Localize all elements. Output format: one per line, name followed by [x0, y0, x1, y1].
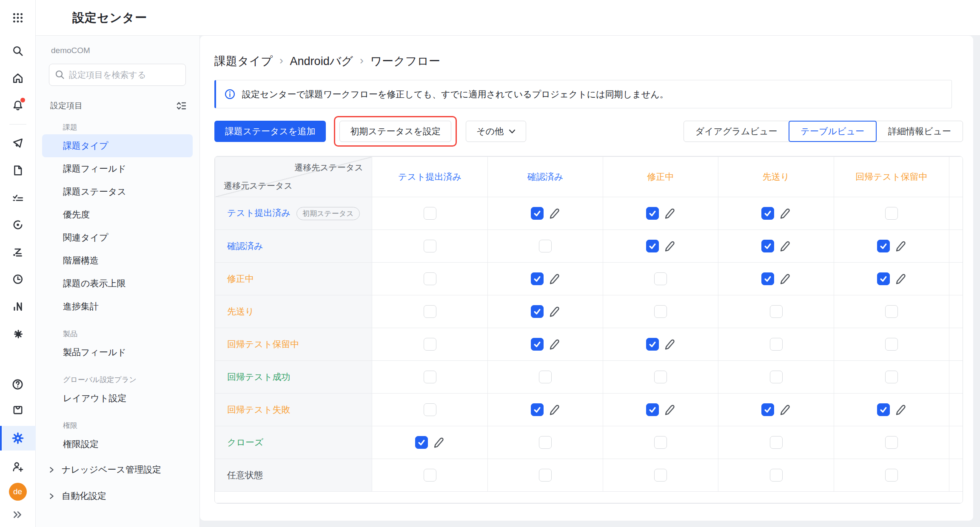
workflows-icon[interactable] [9, 243, 27, 261]
status-link[interactable]: 回帰テスト保留中 [227, 339, 299, 349]
status-link[interactable]: テスト提出済み [227, 208, 291, 218]
edit-transition-icon[interactable] [778, 207, 791, 220]
transition-checkbox-checked[interactable] [761, 240, 774, 252]
transition-checkbox-unchecked[interactable] [885, 371, 898, 383]
status-link[interactable]: クローズ [227, 437, 263, 447]
edit-transition-icon[interactable] [663, 404, 675, 416]
edit-transition-icon[interactable] [548, 207, 560, 220]
edit-transition-icon[interactable] [894, 240, 906, 252]
sidebar-item-レイアウト設定[interactable]: レイアウト設定 [42, 387, 193, 410]
transition-checkbox-checked[interactable] [646, 338, 659, 351]
transition-checkbox-checked[interactable] [761, 272, 774, 285]
reports-chart-icon[interactable] [9, 297, 27, 316]
sidebar-item-課題の表示上限[interactable]: 課題の表示上限 [42, 272, 193, 295]
transition-checkbox-checked[interactable] [531, 207, 544, 220]
search-input[interactable] [49, 64, 186, 86]
transition-checkbox-checked[interactable] [761, 207, 774, 220]
edit-transition-icon[interactable] [663, 240, 675, 252]
transition-checkbox-unchecked[interactable] [885, 305, 898, 318]
sidebar-item-権限設定[interactable]: 権限設定 [42, 433, 193, 456]
sprints-icon[interactable] [9, 215, 27, 234]
status-link[interactable]: 回帰テスト失敗 [227, 405, 290, 414]
transition-checkbox-unchecked[interactable] [654, 371, 667, 383]
collapse-all-icon[interactable] [176, 100, 187, 111]
transition-checkbox-unchecked[interactable] [424, 338, 436, 351]
user-avatar[interactable]: de [9, 483, 27, 501]
edit-transition-icon[interactable] [548, 404, 560, 416]
transition-checkbox-unchecked[interactable] [424, 403, 436, 416]
column-header-先送り[interactable]: 先送り [718, 157, 834, 197]
transition-checkbox-unchecked[interactable] [654, 469, 667, 482]
transition-checkbox-unchecked[interactable] [770, 305, 783, 318]
sidebar-item-課題ステータス[interactable]: 課題ステータス [42, 180, 193, 203]
view-button-詳細情報ビュー[interactable]: 詳細情報ビュー [876, 121, 963, 142]
sidebar-expandable-自動化設定[interactable]: 自動化設定 [36, 484, 199, 508]
column-header-回帰テスト保留中[interactable]: 回帰テスト保留中 [834, 157, 949, 197]
sidebar-item-製品フィールド[interactable]: 製品フィールド [42, 341, 193, 364]
transition-checkbox-unchecked[interactable] [885, 469, 898, 482]
edit-transition-icon[interactable] [778, 404, 791, 416]
status-link[interactable]: 確認済み [227, 241, 263, 251]
edit-transition-icon[interactable] [663, 338, 675, 351]
transition-checkbox-checked[interactable] [531, 403, 544, 416]
view-button-ダイアグラムビュー[interactable]: ダイアグラムビュー [684, 121, 789, 142]
transition-checkbox-unchecked[interactable] [424, 371, 436, 383]
sidebar-item-進捗集計[interactable]: 進捗集計 [42, 295, 193, 318]
home-icon[interactable] [9, 69, 27, 88]
transition-checkbox-unchecked[interactable] [424, 469, 436, 482]
edit-transition-icon[interactable] [548, 273, 560, 285]
transition-checkbox-unchecked[interactable] [539, 469, 552, 482]
sidebar-expandable-ナレッジベース管理設定[interactable]: ナレッジベース管理設定 [36, 457, 199, 482]
edit-transition-icon[interactable] [894, 273, 906, 285]
transition-checkbox-checked[interactable] [646, 240, 659, 252]
transition-checkbox-checked[interactable] [415, 436, 428, 449]
collapse-rail-icon[interactable] [9, 507, 27, 522]
transition-checkbox-unchecked[interactable] [770, 469, 783, 482]
transition-checkbox-unchecked[interactable] [424, 305, 436, 318]
transition-checkbox-unchecked[interactable] [424, 240, 436, 252]
transition-checkbox-unchecked[interactable] [885, 207, 898, 220]
more-button[interactable]: その他 [466, 121, 526, 142]
column-header-テスト提出済み[interactable]: テスト提出済み [372, 157, 488, 197]
view-button-テーブルビュー[interactable]: テーブルビュー [789, 121, 877, 142]
transition-checkbox-unchecked[interactable] [424, 272, 436, 285]
edit-transition-icon[interactable] [778, 273, 791, 285]
transition-checkbox-unchecked[interactable] [654, 436, 667, 449]
settings-gear-icon-active[interactable] [0, 426, 36, 450]
sidebar-item-関連タイプ[interactable]: 関連タイプ [42, 226, 193, 249]
transition-checkbox-checked[interactable] [531, 338, 544, 351]
transition-checkbox-checked[interactable] [877, 240, 890, 252]
transition-checkbox-unchecked[interactable] [539, 436, 552, 449]
column-header-修正中[interactable]: 修正中 [603, 157, 718, 197]
status-link[interactable]: 先送り [227, 306, 254, 316]
sidebar-item-階層構造[interactable]: 階層構造 [42, 249, 193, 272]
sidebar-item-課題フィールド[interactable]: 課題フィールド [42, 157, 193, 180]
set-initial-status-button[interactable]: 初期ステータスを設定 [339, 121, 451, 142]
notifications-bell-icon[interactable] [9, 96, 27, 115]
help-icon[interactable] [9, 375, 27, 394]
projects-icon[interactable] [9, 134, 27, 153]
sidebar-item-優先度[interactable]: 優先度 [42, 203, 193, 226]
transition-checkbox-unchecked[interactable] [770, 371, 783, 383]
transition-checkbox-unchecked[interactable] [539, 240, 552, 252]
transition-checkbox-unchecked[interactable] [885, 338, 898, 351]
time-clock-icon[interactable] [9, 270, 27, 289]
invite-member-icon[interactable] [9, 457, 27, 476]
bugs-icon[interactable] [9, 324, 27, 343]
status-link[interactable]: 回帰テスト成功 [227, 372, 290, 382]
resources-bag-icon[interactable] [9, 400, 27, 419]
transition-checkbox-checked[interactable] [761, 403, 774, 416]
sidebar-item-課題タイプ[interactable]: 課題タイプ [42, 134, 193, 157]
transition-checkbox-unchecked[interactable] [539, 371, 552, 383]
add-status-button[interactable]: 課題ステータスを追加 [214, 121, 326, 142]
transition-checkbox-checked[interactable] [877, 272, 890, 285]
column-header-確認済み[interactable]: 確認済み [488, 157, 603, 197]
transition-checkbox-checked[interactable] [531, 305, 544, 318]
apps-grid-icon[interactable] [9, 8, 27, 27]
breadcrumb-android-bug[interactable]: Androidバグ [290, 54, 353, 69]
edit-transition-icon[interactable] [548, 306, 560, 318]
transition-checkbox-checked[interactable] [646, 403, 659, 416]
transition-checkbox-checked[interactable] [877, 403, 890, 416]
transition-checkbox-checked[interactable] [646, 207, 659, 220]
documents-icon[interactable] [9, 161, 27, 180]
